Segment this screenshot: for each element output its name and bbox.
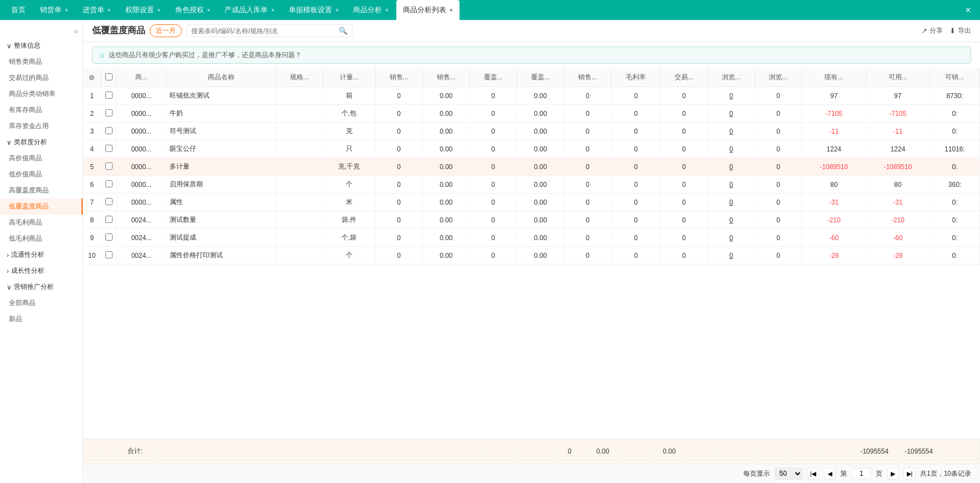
sidebar-section-cluster[interactable]: ∨ 类群度分析: [0, 134, 83, 150]
close-icon[interactable]: ×: [271, 7, 274, 13]
search-box: 🔍: [186, 24, 353, 37]
share-button[interactable]: ↗ 分享: [921, 26, 943, 35]
close-icon[interactable]: ×: [65, 7, 68, 13]
chevron-down-icon: ∨: [7, 283, 12, 291]
search-icon[interactable]: 🔍: [339, 27, 348, 35]
totals-sales-amount: 0.00: [586, 443, 620, 460]
sidebar-item-low-coverage[interactable]: 低覆盖度商品: [0, 199, 83, 215]
close-icon[interactable]: ×: [335, 7, 339, 13]
sidebar-item-sales-goods[interactable]: 销售类商品: [0, 54, 83, 70]
page-next-button[interactable]: ▶: [887, 467, 899, 480]
row-coverage2: 0.00: [517, 87, 564, 105]
row-code: 0024...: [116, 229, 166, 247]
row-sellable: 11016:: [930, 140, 979, 158]
chevron-right-icon: ›: [7, 251, 9, 259]
nav-item-home[interactable]: 首页: [4, 0, 32, 20]
nav-item-analysis[interactable]: 商品分析 ×: [346, 0, 395, 20]
page-last-button[interactable]: ▶|: [904, 467, 916, 480]
close-icon[interactable]: ×: [207, 7, 211, 13]
page-prev-button[interactable]: ◀: [824, 467, 836, 480]
sidebar-item-low-margin[interactable]: 低毛利商品: [0, 231, 83, 247]
sidebar-item-category-rate[interactable]: 商品分类动销率: [0, 86, 83, 102]
sidebar-section-marketing[interactable]: ∨ 营销推广分析: [0, 279, 83, 295]
row-num: 10: [83, 247, 101, 265]
row-sellable: 0:: [930, 123, 979, 140]
sidebar-item-stock-capital[interactable]: 库存资金占用: [0, 118, 83, 134]
row-checkbox[interactable]: [101, 158, 116, 176]
totals-coverage2: 0.00: [653, 443, 686, 460]
row-browse1[interactable]: 0: [708, 176, 755, 194]
row-spec: [275, 229, 323, 247]
col-code: 商...: [116, 68, 166, 87]
page-label-pre: 第: [840, 469, 847, 479]
row-trade: 0: [660, 140, 707, 158]
close-icon[interactable]: ×: [385, 7, 389, 13]
filter-recent-button[interactable]: 近一月: [150, 24, 182, 37]
row-coverage2: 0.00: [517, 158, 564, 176]
window-close-button[interactable]: ×: [961, 4, 976, 16]
row-checkbox[interactable]: [101, 87, 116, 105]
nav-item-permissions[interactable]: 权限设置 ×: [119, 0, 167, 20]
nav-item-roles[interactable]: 角色授权 ×: [169, 0, 217, 20]
row-checkbox[interactable]: [101, 123, 116, 140]
nav-item-purchase[interactable]: 进货单 ×: [76, 0, 118, 20]
row-browse1[interactable]: 0: [708, 140, 755, 158]
row-coverage2: 0.00: [517, 229, 564, 247]
page-number-input[interactable]: [851, 468, 871, 479]
close-icon[interactable]: ×: [450, 7, 453, 13]
page-title: 低覆盖度商品: [92, 25, 145, 37]
row-spec: [275, 123, 323, 140]
nav-item-template[interactable]: 单据模板设置 ×: [282, 0, 345, 20]
sidebar-item-all-goods[interactable]: 全部商品: [0, 295, 83, 311]
row-sellable: 0:: [930, 158, 979, 176]
select-all-checkbox[interactable]: [105, 73, 113, 80]
export-button[interactable]: ⬇ 导出: [950, 26, 971, 35]
row-browse1[interactable]: 0: [708, 247, 755, 265]
close-icon[interactable]: ×: [108, 7, 111, 13]
row-checkbox[interactable]: [101, 247, 116, 265]
row-name: 属性: [166, 194, 275, 211]
sidebar-item-high-value[interactable]: 高价值商品: [0, 150, 83, 166]
row-checkbox[interactable]: [101, 176, 116, 194]
page-first-button[interactable]: |◀: [807, 467, 819, 480]
row-checkbox[interactable]: [101, 105, 116, 123]
sidebar-section-overall[interactable]: ∨ 整体信息: [0, 38, 83, 54]
row-checkbox[interactable]: [101, 194, 116, 211]
sidebar-item-traded-goods[interactable]: 交易过的商品: [0, 70, 83, 86]
row-checkbox[interactable]: [101, 211, 116, 229]
row-browse1[interactable]: 0: [708, 123, 755, 140]
col-settings[interactable]: ⚙: [83, 68, 101, 87]
row-gross-margin: 0: [611, 194, 661, 211]
close-icon[interactable]: ×: [157, 7, 161, 13]
row-browse1[interactable]: 0: [708, 194, 755, 211]
sidebar-item-new-goods[interactable]: 新品: [0, 311, 83, 327]
sidebar-collapse-button[interactable]: «: [0, 24, 83, 38]
sidebar-item-high-margin[interactable]: 高毛利商品: [0, 215, 83, 231]
row-coverage2: 0.00: [517, 194, 564, 211]
row-checkbox[interactable]: [101, 140, 116, 158]
row-browse1[interactable]: 0: [708, 105, 755, 123]
search-input[interactable]: [191, 27, 336, 35]
nav-item-products[interactable]: 产成品入库单 ×: [218, 0, 281, 20]
row-sales3: 0: [564, 211, 611, 229]
sidebar-item-high-coverage[interactable]: 高覆盖度商品: [0, 182, 83, 199]
row-coverage2: 0.00: [517, 211, 564, 229]
sidebar-item-stocked-goods[interactable]: 有库存商品: [0, 102, 83, 118]
table-row: 5 0000... 多计量 克,千克 0 0.00 0 0.00 0 0 0 0…: [83, 158, 980, 176]
sidebar-section-growth[interactable]: › 成长性分析: [0, 263, 83, 279]
row-current-stock: -1089510: [802, 158, 866, 176]
sidebar-section-circulation[interactable]: › 流通性分析: [0, 247, 83, 263]
row-browse1[interactable]: 0: [708, 229, 755, 247]
nav-item-analysis-list[interactable]: 商品分析列表 ×: [396, 0, 460, 20]
row-unit: 个,袋: [323, 229, 375, 247]
row-browse1[interactable]: 0: [708, 211, 755, 229]
col-checkbox[interactable]: [101, 68, 116, 87]
row-checkbox[interactable]: [101, 229, 116, 247]
sidebar-item-low-value[interactable]: 低价值商品: [0, 166, 83, 182]
row-browse1[interactable]: 0: [708, 158, 755, 176]
col-coverage1: 覆盖...: [469, 68, 517, 87]
per-page-select[interactable]: 50 10 20 100: [774, 467, 803, 480]
nav-item-sales[interactable]: 销货单 ×: [33, 0, 75, 20]
table-row: 7 0000... 属性 米 0 0.00 0 0.00 0 0 0 0 0 -…: [83, 194, 980, 211]
row-browse1[interactable]: 0: [708, 87, 755, 105]
